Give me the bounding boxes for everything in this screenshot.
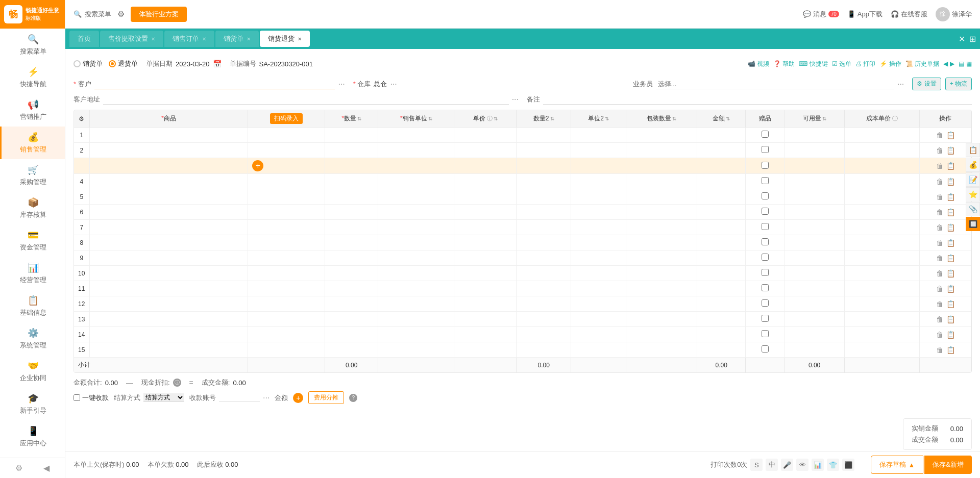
list-view-icon[interactable]: ▤ (959, 60, 964, 67)
copy-icon-14[interactable]: 📋 (946, 331, 955, 339)
collapse-icon[interactable]: ◀ (43, 463, 50, 473)
save-new-btn[interactable]: 保存&新增 (924, 456, 972, 474)
gift-check-6[interactable] (762, 208, 769, 215)
tab-price-extract[interactable]: 售价提取设置 ✕ (100, 31, 163, 47)
copy-icon-13[interactable]: 📋 (946, 315, 955, 323)
remark-input[interactable] (543, 94, 972, 105)
tab-price-extract-close[interactable]: ✕ (151, 36, 155, 42)
toolbar-icon-barcode[interactable]: ⬛ (842, 459, 854, 471)
address-input[interactable] (103, 94, 509, 105)
gift-check-13[interactable] (762, 315, 769, 322)
delete-icon-15[interactable]: 🗑 (936, 346, 943, 354)
tab-sales[interactable]: 销货单 ✕ (215, 31, 259, 47)
app-download-btn[interactable]: 📱 App下载 (847, 10, 883, 19)
tab-sales-return-close[interactable]: ✕ (298, 36, 302, 42)
gift-check-5[interactable] (762, 192, 769, 199)
side-action-attach[interactable]: 📎 (966, 202, 980, 216)
topbar-settings[interactable]: ⚙ (117, 9, 125, 19)
copy-icon-10[interactable]: 📋 (946, 269, 955, 278)
delete-icon-7[interactable]: 🗑 (936, 223, 943, 232)
delete-icon-14[interactable]: 🗑 (936, 331, 943, 339)
scan-btn[interactable]: 扫码录入 (270, 113, 303, 124)
close-tab-btn[interactable]: ✕ (959, 34, 965, 44)
account-input[interactable] (219, 394, 260, 401)
delete-icon-4[interactable]: 🗑 (936, 178, 943, 186)
gift-check-15[interactable] (762, 345, 769, 353)
fee-help-icon[interactable]: ? (349, 394, 357, 402)
delete-icon-6[interactable]: 🗑 (936, 208, 943, 216)
sidebar-item-3[interactable]: 💰销售管理 (0, 127, 65, 159)
gift-check-4[interactable] (762, 177, 769, 184)
tab-home[interactable]: 首页 (69, 31, 99, 47)
toolbar-icon-mic[interactable]: 🎤 (781, 459, 793, 471)
side-action-orange[interactable]: 🔲 (966, 217, 980, 231)
staff-more-btn[interactable]: ··· (897, 80, 904, 89)
history-btn[interactable]: 📜 历史单据 (905, 60, 939, 68)
gift-check-2[interactable] (762, 146, 769, 153)
copy-icon-15[interactable]: 📋 (946, 346, 955, 354)
fee-split-btn[interactable]: 费用分摊 (308, 391, 344, 404)
delete-icon-1[interactable]: 🗑 (936, 131, 943, 139)
next-record-icon[interactable]: ▶ (950, 60, 954, 67)
calendar-icon[interactable]: 📅 (213, 60, 222, 68)
address-more-btn[interactable]: ··· (512, 95, 519, 104)
col-settings[interactable]: ⚙ (74, 110, 89, 128)
delete-icon-5[interactable]: 🗑 (936, 193, 943, 201)
copy-icon-4[interactable]: 📋 (946, 178, 955, 186)
settings-icon[interactable]: ⚙ (15, 463, 22, 473)
search-menu[interactable]: 🔍 搜索菜单 (74, 10, 111, 19)
grid-view-icon[interactable]: ▦ (966, 60, 972, 67)
select-btn[interactable]: ☑ 选单 (832, 60, 851, 68)
gift-check-1[interactable] (762, 131, 769, 138)
sidebar-item-10[interactable]: 🤝企业协同 (0, 355, 65, 388)
warehouse-more-btn[interactable]: ··· (390, 80, 397, 89)
delete-icon-13[interactable]: 🗑 (936, 315, 943, 323)
copy-icon-2[interactable]: 📋 (946, 146, 955, 155)
toolbar-icon-s[interactable]: S (750, 459, 763, 471)
delete-icon-12[interactable]: 🗑 (936, 300, 943, 308)
delete-icon-11[interactable]: 🗑 (936, 285, 943, 293)
copy-icon-11[interactable]: 📋 (946, 285, 955, 293)
one-click-pay-check[interactable] (74, 394, 80, 401)
delete-icon-9[interactable]: 🗑 (936, 254, 943, 262)
sidebar-item-6[interactable]: 💳资金管理 (0, 224, 65, 257)
help-btn[interactable]: ❓ 帮助 (773, 60, 795, 68)
side-action-star[interactable]: ⭐ (966, 187, 980, 202)
gift-check-12[interactable] (762, 299, 769, 307)
copy-icon-5[interactable]: 📋 (946, 193, 955, 201)
print-btn[interactable]: 🖨 打印 (855, 60, 875, 68)
trial-btn[interactable]: 体验行业方案 (131, 7, 187, 22)
toolbar-icon-input[interactable]: 中 (766, 459, 778, 471)
sidebar-item-8[interactable]: 📋基础信息 (0, 290, 65, 322)
gift-check-10[interactable] (762, 269, 769, 276)
toolbar-icon-table[interactable]: 📊 (812, 459, 824, 471)
sidebar-item-4[interactable]: 🛒采购管理 (0, 159, 65, 192)
gift-check-3[interactable] (762, 162, 769, 169)
tab-sales-return[interactable]: 销货退货 ✕ (260, 31, 310, 47)
tab-sales-order-close[interactable]: ✕ (202, 36, 206, 42)
sidebar-item-12[interactable]: 📱应用中心 (0, 420, 65, 453)
sidebar-item-11[interactable]: 🎓新手引导 (0, 388, 65, 420)
radio-return[interactable]: 退货单 (109, 59, 138, 68)
sidebar-item-13[interactable]: 💬企业微信 (0, 453, 65, 458)
customer-input[interactable] (94, 79, 335, 89)
sidebar-item-7[interactable]: 📊经营管理 (0, 257, 65, 290)
video-btn[interactable]: 📹 视频 (748, 60, 769, 68)
shortcuts-btn[interactable]: ⌨ 快捷键 (799, 60, 827, 68)
delete-icon-10[interactable]: 🗑 (936, 269, 943, 278)
side-action-note[interactable]: 📝 (966, 172, 980, 187)
toolbar-icon-eye[interactable]: 👁 (796, 459, 808, 471)
product-input-cell-3[interactable] (89, 158, 248, 174)
copy-icon-9[interactable]: 📋 (946, 254, 955, 262)
prev-record-icon[interactable]: ◀ (943, 60, 948, 67)
gift-check-8[interactable] (762, 238, 769, 245)
add-payment-btn[interactable]: + (293, 393, 303, 403)
gift-check-9[interactable] (762, 254, 769, 261)
sidebar-item-0[interactable]: 🔍搜索菜单 (0, 29, 65, 61)
maximize-btn[interactable]: ⊞ (969, 34, 976, 44)
copy-icon-12[interactable]: 📋 (946, 300, 955, 308)
sidebar-item-9[interactable]: ⚙️系统管理 (0, 322, 65, 355)
delete-icon-8[interactable]: 🗑 (936, 239, 943, 247)
operation-btn[interactable]: ⚡ 操作 (879, 60, 901, 68)
customer-more-btn[interactable]: ··· (338, 80, 345, 89)
